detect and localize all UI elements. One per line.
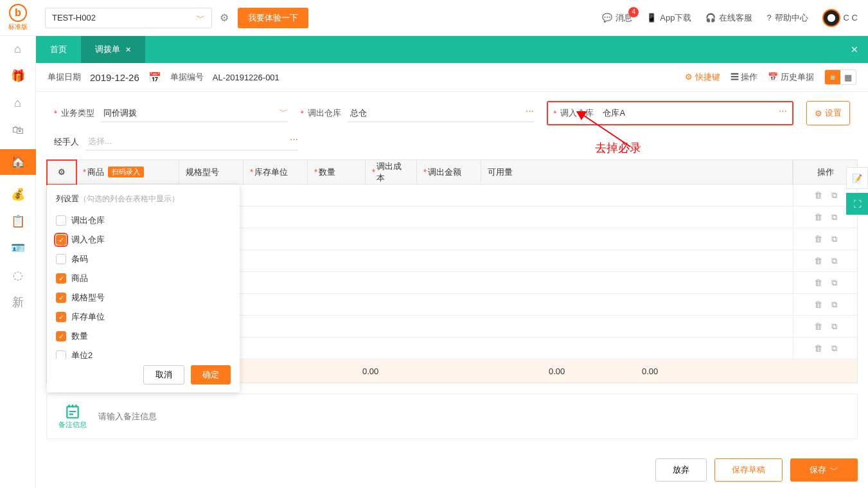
col-spec: 规格型号 [179, 160, 244, 184]
biz-value[interactable]: 同价调拨 ﹀ [101, 105, 288, 122]
user-name: C C [844, 13, 858, 23]
save-draft-button[interactable]: 保存草稿 [714, 458, 783, 482]
column-option[interactable]: ✓库存单位 [56, 307, 231, 327]
handler-value[interactable]: 选择... ⋯ [85, 133, 298, 150]
delete-icon[interactable]: 🗑 [814, 300, 822, 309]
cs-label: 在线客服 [719, 12, 752, 24]
grid-view-icon[interactable]: ▦ [840, 70, 856, 84]
remark-section: 备注信息 [46, 393, 858, 439]
customer-service-link[interactable]: 🎧 在线客服 [705, 12, 752, 24]
nav-id-icon[interactable]: 🪪 [10, 240, 26, 256]
delete-icon[interactable]: 🗑 [814, 190, 822, 200]
nav-new-icon[interactable]: 新 [10, 294, 26, 310]
help-label: 帮助中心 [775, 12, 808, 24]
annotation-text: 去掉必录 [595, 140, 641, 156]
column-option[interactable]: ✓规格型号 [56, 288, 231, 307]
column-option[interactable]: 条码 [56, 249, 231, 269]
message-badge: 4 [628, 7, 639, 17]
popover-title: 列设置（勾选的列会在表格中显示） [47, 191, 240, 211]
delete-icon[interactable]: 🗑 [814, 343, 822, 353]
chevron-down-icon: ﹀ [830, 464, 838, 476]
discard-button[interactable]: 放弃 [655, 458, 707, 482]
copy-icon[interactable]: ⧉ [831, 256, 837, 266]
remark-label: 备注信息 [58, 420, 87, 429]
tab-strip: 首页 调拨单 ✕ ✕ [36, 36, 868, 63]
sum-amt: 0.00 [635, 366, 700, 376]
history-link[interactable]: 📅 历史单据 [768, 71, 814, 83]
view-toggle[interactable]: ≡ ▦ [824, 69, 856, 85]
delete-icon[interactable]: 🗑 [814, 256, 822, 266]
checkbox-icon [56, 350, 66, 359]
close-all-tabs[interactable]: ✕ [841, 36, 868, 63]
copy-icon[interactable]: ⧉ [831, 321, 837, 332]
org-value: TEST-H002 [52, 13, 96, 23]
nav-more-icon[interactable]: ◌ [10, 267, 26, 283]
phone-icon: 📱 [646, 13, 657, 23]
avatar [822, 9, 840, 27]
nav-home-icon[interactable]: ⌂ [10, 41, 26, 57]
headset-icon: 🎧 [705, 13, 716, 23]
calendar-icon[interactable]: 📅 [148, 71, 161, 84]
option-label: 调出仓库 [71, 215, 105, 226]
in-label: 调入仓库 [560, 107, 594, 119]
list-view-icon[interactable]: ≡ [825, 70, 840, 84]
help-icon: ? [766, 13, 771, 23]
delete-icon[interactable]: 🗑 [814, 212, 822, 222]
side-expand-icon[interactable]: ⛶ [846, 193, 868, 215]
sum-qty: 0.00 [356, 366, 449, 376]
col-settings-button[interactable]: ⚙ [47, 160, 76, 184]
save-button[interactable]: 保存﹀ [790, 458, 858, 482]
chevron-down-icon: ﹀ [197, 12, 205, 24]
more-icon: ⋯ [779, 106, 787, 116]
app-download-link[interactable]: 📱 App下载 [646, 12, 691, 24]
out-value[interactable]: 总仓 ⋯ [348, 105, 535, 122]
nav-money-icon[interactable]: 💰 [10, 186, 26, 202]
cancel-button[interactable]: 取消 [143, 365, 184, 384]
copy-icon[interactable]: ⧉ [831, 212, 837, 222]
copy-icon[interactable]: ⧉ [831, 300, 837, 310]
download-label: App下载 [660, 12, 691, 24]
column-options: 调出仓库✓调入仓库条码✓商品✓规格型号✓库存单位✓数量单位2 [47, 211, 240, 359]
tab-transfer[interactable]: 调拨单 ✕ [81, 36, 145, 63]
settings-icon[interactable]: ⚙ [220, 12, 229, 24]
form-row-1: * 业务类型 同价调拨 ﹀ * 调出仓库 总仓 ⋯ * 调入仓库 仓库A [36, 92, 868, 128]
date-value[interactable]: 2019-12-26 [90, 72, 139, 83]
copy-icon[interactable]: ⧉ [831, 278, 837, 288]
column-option[interactable]: ✓商品 [56, 269, 231, 288]
scan-tag[interactable]: 扫码录入 [108, 167, 144, 177]
shortcut-link[interactable]: ⚙ 快捷键 [685, 71, 720, 83]
column-option[interactable]: ✓数量 [56, 327, 231, 346]
left-nav: ⌂ 🎁 ⌂ 🛍 🏠 💰 📋 🪪 ◌ 新 [0, 36, 36, 488]
help-center-link[interactable]: ? 帮助中心 [766, 12, 808, 24]
delete-icon[interactable]: 🗑 [814, 278, 822, 287]
tab-home[interactable]: 首页 [36, 36, 81, 63]
in-value[interactable]: 仓库A ⋯ [600, 105, 787, 122]
delete-icon[interactable]: 🗑 [814, 234, 822, 244]
copy-icon[interactable]: ⧉ [831, 343, 837, 354]
column-option[interactable]: ✓调入仓库 [56, 230, 231, 249]
nav-house-icon[interactable]: ⌂ [10, 95, 26, 111]
org-select[interactable]: TEST-H002 ﹀ [45, 8, 212, 28]
copy-icon[interactable]: ⧉ [831, 234, 837, 244]
handler-label: 经手人 [54, 136, 79, 148]
document-bar: 单据日期 2019-12-26 📅 单据编号 AL-20191226-001 ⚙… [36, 63, 868, 92]
messages-link[interactable]: 💬 消息 4 [602, 12, 632, 24]
nav-warehouse-icon[interactable]: 🏠 [0, 149, 36, 175]
user-menu[interactable]: C C [822, 9, 858, 27]
confirm-button[interactable]: 确定 [191, 365, 231, 384]
nav-bag-icon[interactable]: 🛍 [10, 122, 26, 138]
nav-gift-icon[interactable]: 🎁 [10, 68, 26, 84]
side-note-icon[interactable]: 📝 [846, 167, 868, 189]
column-option[interactable]: 调出仓库 [56, 211, 231, 230]
column-option[interactable]: 单位2 [56, 346, 231, 359]
op-link[interactable]: ☰ 操作 [731, 71, 758, 83]
required-icon: * [301, 109, 304, 118]
experience-button[interactable]: 我要体验一下 [238, 8, 308, 28]
tab-close-icon[interactable]: ✕ [125, 46, 131, 54]
remark-input[interactable] [98, 411, 846, 421]
nav-clipboard-icon[interactable]: 📋 [10, 213, 26, 229]
option-label: 商品 [71, 273, 88, 284]
delete-icon[interactable]: 🗑 [814, 321, 822, 331]
settings-button[interactable]: ⚙ 设置 [806, 101, 850, 125]
copy-icon[interactable]: ⧉ [831, 190, 837, 201]
